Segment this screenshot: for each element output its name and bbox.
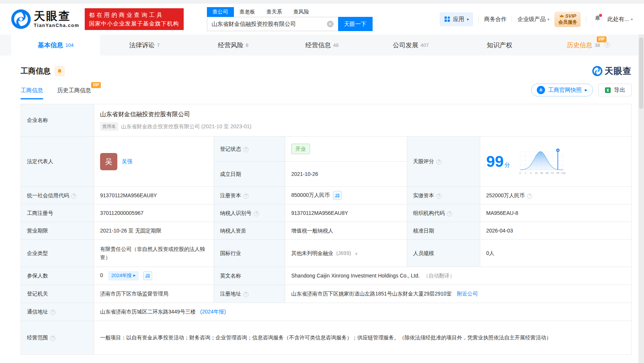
help-icon[interactable]: ? — [436, 194, 442, 199]
subtab-business-registration[interactable]: 工商信息 — [21, 87, 43, 99]
subtab-history-registration[interactable]: VIP 历史工商信息 — [57, 87, 91, 99]
tab-history-info[interactable]: VIP 历史信息 38 ? — [544, 34, 633, 56]
help-icon[interactable]: ? — [447, 211, 452, 216]
tab-count: 407 — [421, 42, 429, 48]
table-row: 企业名称 山东省财金信融投资控股有限公司 曾用名 山东省财金政企投资控股有限公司… — [21, 104, 632, 136]
credit-code-value: 91370112MA956EAU8Y — [94, 187, 214, 204]
clear-search-icon[interactable]: ✕ — [327, 21, 334, 27]
top-nav: 应用 ▾ 商务合作 企业级产品 ▾ SVIP 会员服务 — [440, 12, 633, 27]
help-icon[interactable]: ? — [243, 147, 249, 152]
establish-date-label: 成立日期 — [214, 162, 285, 187]
legal-rep-cell: 吴 吴强 — [94, 136, 214, 187]
tab-business-info[interactable]: 经营信息 48 — [278, 34, 367, 56]
snapshot-label: 工商官网快照 — [548, 87, 582, 94]
chevron-down-icon[interactable]: ∨ — [355, 251, 358, 256]
reg-authority-label: 登记机关 — [21, 285, 94, 303]
help-icon[interactable]: ? — [50, 310, 55, 315]
subtab-label: 历史工商信息 — [57, 87, 91, 93]
tab-operating-risk[interactable]: 经营风险 8 — [189, 34, 278, 56]
former-name: 山东省财金政企投资控股有限公司 (2021-10 至 2023-01) — [121, 122, 252, 130]
help-icon[interactable]: ? — [527, 194, 532, 199]
tab-label: 经营信息 — [306, 41, 331, 50]
help-icon[interactable]: ? — [605, 42, 610, 48]
establish-date-value: 2021-10-26 — [285, 162, 407, 187]
table-row: 通信地址? 山东省济南市历城区二环东路3449号三楼 (2024年报) — [21, 303, 632, 321]
auto-translate-note: （自动翻译） — [423, 273, 455, 279]
nav-enterprise-products[interactable]: 企业级产品 ▾ — [517, 16, 549, 23]
industry-value: 其他未列明金融业 (J699) ∨ — [285, 240, 407, 267]
search-tab-company[interactable]: 查公司 — [207, 7, 234, 17]
svg-text:0: 0 — [519, 172, 521, 174]
tab-basic-info[interactable]: 基本信息 104 — [11, 34, 100, 56]
insured-trend-icon[interactable] — [143, 271, 152, 280]
tab-label: 知识产权 — [487, 41, 512, 50]
help-icon[interactable]: ? — [71, 194, 76, 199]
main-tabbar: 基本信息 104 法律诉讼 7 经营风险 8 经营信息 48 公司发展 407 … — [0, 34, 644, 56]
official-snapshot-button[interactable]: 工商官网快照 ▶ — [531, 84, 593, 96]
scrollbar[interactable] — [638, 34, 644, 363]
company-type-value: 有限责任公司（非自然人投资或控股的法人独资） — [94, 240, 214, 267]
monitor-bell-button[interactable] — [54, 66, 65, 76]
tab-intellectual-property[interactable]: 知识产权 — [455, 34, 544, 56]
notifications-bell[interactable] — [594, 15, 601, 24]
score-distribution-chart: 0 1 3 15 50 85 97 99 100 — [518, 147, 566, 176]
tianyancha-logo[interactable]: 天眼查 TianYanCha.com — [11, 9, 79, 29]
section-title: 工商信息 — [21, 66, 51, 76]
export-button[interactable]: 导出 — [598, 84, 632, 96]
capital-trend-icon[interactable] — [333, 191, 342, 200]
slogan-banner: 都在用的商业查询工具 国家中小企业发展子基金旗下机构 — [85, 8, 184, 30]
business-term-value: 2021-10-26 至 无固定期限 — [94, 222, 214, 240]
divider — [478, 16, 479, 22]
watermark-logo: 天眼查 — [592, 65, 632, 77]
tab-label: 基本信息 — [38, 41, 63, 50]
search-button[interactable]: 天眼一下 — [338, 17, 373, 31]
help-icon[interactable]: ? — [254, 211, 259, 216]
nearby-companies-link[interactable]: 附近公司 — [457, 291, 478, 297]
legal-rep-link[interactable]: 吴强 — [122, 157, 132, 165]
excel-icon — [605, 87, 611, 93]
industry-code: (J699) — [336, 250, 351, 256]
taxpayer-id-label: 纳税人识别号? — [214, 204, 285, 222]
tab-count: 8 — [246, 42, 249, 48]
annual-report-tag[interactable]: 2024年报▶ — [108, 271, 139, 280]
nav-user-more[interactable]: 此处有... ▾ — [607, 16, 633, 23]
reg-status-label: 登记状态? — [214, 136, 285, 162]
business-scope-value: 一般项目：以自有资金从事投资活动；财务咨询；企业管理咨询；信息咨询服务（不含许可… — [94, 321, 632, 355]
tab-label: 法律诉讼 — [129, 41, 155, 50]
insured-count-label: 参保人数 — [21, 267, 94, 285]
svip-sublabel: 会员服务 — [558, 19, 577, 26]
tab-legal-proceedings[interactable]: 法律诉讼 7 — [100, 34, 189, 56]
scrollbar-thumb[interactable] — [639, 38, 643, 109]
nav-cooperation[interactable]: 商务合作 — [484, 16, 506, 23]
search-tab-boss[interactable]: 查老板 — [234, 7, 261, 17]
bell-icon — [57, 68, 63, 74]
search-tabs: 查公司 查老板 查关系 查风险 — [207, 7, 373, 17]
former-name-tag: 曾用名 — [100, 122, 118, 131]
reg-capital-label: 注册资本? — [214, 187, 285, 204]
help-icon[interactable]: ? — [50, 336, 55, 341]
industry-label: 国标行业 — [214, 240, 285, 267]
arrow-right-icon: ▶ — [585, 88, 587, 92]
search-tab-risk[interactable]: 查风险 — [288, 7, 315, 17]
org-code-value: MA956EAU-8 — [480, 204, 632, 222]
annual-report-link[interactable]: (2024年报) — [200, 309, 226, 315]
svg-text:1: 1 — [525, 172, 526, 174]
tab-company-development[interactable]: 公司发展 407 — [366, 34, 455, 56]
svip-label: SVIP — [565, 13, 577, 19]
apps-menu[interactable]: 应用 ▾ — [440, 12, 473, 26]
help-icon[interactable]: ? — [243, 292, 249, 297]
table-row: 参保人数 0 2024年报▶ 英文名称 Shandong Caijin Xinr… — [21, 267, 632, 285]
approval-date-label: 核准日期 — [407, 222, 480, 240]
search-input[interactable] — [207, 17, 338, 31]
svip-member-service[interactable]: SVIP 会员服务 — [554, 12, 581, 27]
svg-text:100: 100 — [561, 172, 566, 174]
table-row: 统一社会信用代码? 91370112MA956EAU8Y 注册资本? 85000… — [21, 187, 632, 204]
caret-down-icon: ▾ — [467, 17, 469, 21]
org-code-label: 组织机构代码? — [407, 204, 480, 222]
search-tab-relation[interactable]: 查关系 — [261, 7, 288, 17]
avatar[interactable]: 吴 — [100, 153, 117, 170]
help-icon[interactable]: ? — [243, 194, 249, 199]
help-icon[interactable]: ? — [436, 159, 442, 165]
page-top-strip — [0, 0, 644, 4]
vip-badge: VIP — [597, 36, 607, 42]
